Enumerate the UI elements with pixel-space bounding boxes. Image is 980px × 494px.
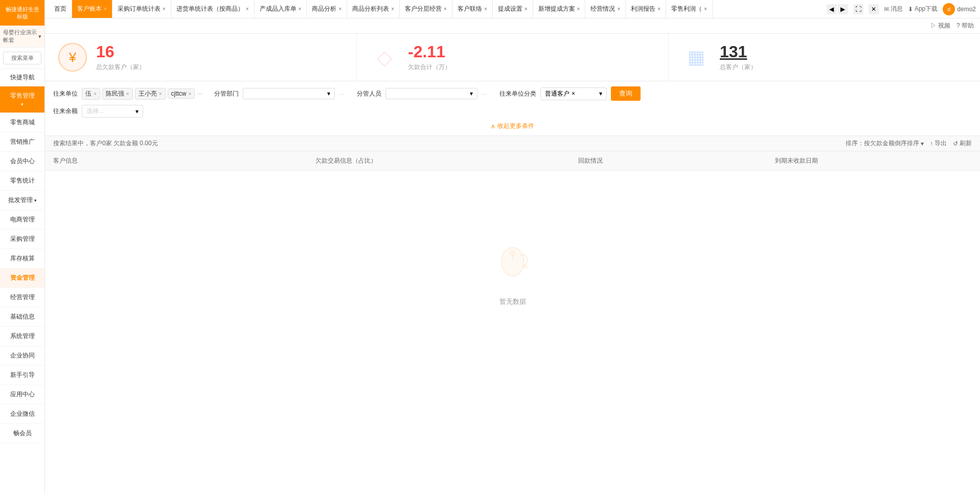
- tab-home-label: 首页: [54, 5, 66, 13]
- dept-clear-button[interactable]: ···: [339, 90, 345, 98]
- sidebar-item-system[interactable]: 系统管理: [0, 327, 44, 346]
- account-switcher[interactable]: 母婴行业演示帐套 ▾: [0, 26, 44, 48]
- collapse-button[interactable]: ∧ 收起更多条件: [491, 122, 534, 130]
- tab-product-analysis[interactable]: 商品分析 ×: [307, 0, 347, 18]
- tab-profit-report-label: 利润报告: [631, 5, 655, 13]
- sidebar-item-wechat[interactable]: 企业微信: [0, 405, 44, 424]
- more-tags-button[interactable]: ···: [197, 90, 202, 97]
- unit-tag-4[interactable]: cjttcw ×: [168, 88, 195, 99]
- total-customers-label: 总客户（家）: [720, 63, 757, 72]
- tag-close-1[interactable]: ×: [94, 91, 97, 97]
- tab-customer-tier[interactable]: 客户分层经营 ×: [400, 0, 452, 18]
- sidebar-item-retail-stat[interactable]: 零售统计: [0, 171, 44, 191]
- app-download-button[interactable]: ⬇ App下载: [908, 5, 938, 13]
- tab-new-promo[interactable]: 新增提成方案 ×: [533, 0, 586, 18]
- close-icon[interactable]: ×: [246, 6, 249, 12]
- tab-customer-connect[interactable]: 客户联络 ×: [452, 0, 493, 18]
- stat-icon-yuan: ¥: [57, 42, 88, 73]
- tab-production-entry[interactable]: 产成品入库单 ×: [255, 0, 307, 18]
- refresh-label: 刷新: [960, 139, 972, 148]
- table-col-repayment: 回款情况: [578, 156, 775, 165]
- tab-operation-status-label: 经营情况: [590, 5, 615, 13]
- tab-customer-account[interactable]: 客户账本 ×: [72, 0, 112, 18]
- tab-home[interactable]: 首页: [49, 0, 72, 18]
- chevron-down-icon: ▾: [38, 33, 41, 40]
- scroll-right-button[interactable]: ▶: [838, 4, 848, 14]
- dept-select[interactable]: ▾: [243, 88, 335, 99]
- close-icon[interactable]: ×: [577, 6, 580, 12]
- sidebar-item-operation[interactable]: 经营管理: [0, 288, 44, 307]
- close-icon[interactable]: ×: [299, 6, 302, 12]
- tab-product-analysis-label: 商品分析: [312, 5, 336, 13]
- balance-select[interactable]: 选择... ▾: [82, 105, 143, 118]
- tag-close-4[interactable]: ×: [189, 91, 192, 97]
- sidebar-item-inventory[interactable]: 库存核算: [0, 249, 44, 268]
- tab-operation-status[interactable]: 经营情况 ×: [585, 0, 626, 18]
- close-all-button[interactable]: ✕: [869, 4, 879, 14]
- tab-customer-account-label: 客户账本: [77, 5, 102, 13]
- close-icon[interactable]: ×: [444, 6, 447, 12]
- person-clear-button[interactable]: ···: [482, 90, 487, 98]
- export-button[interactable]: ↑ 导出: [930, 139, 947, 148]
- collapse-row: ∧ 收起更多条件: [53, 122, 972, 130]
- help-label: 帮助: [962, 22, 974, 29]
- unit-tag-1[interactable]: 伍 ×: [82, 88, 100, 100]
- sidebar-item-vip[interactable]: 畅会员: [0, 424, 44, 443]
- tab-retail-profit[interactable]: 零售利润（ ×: [666, 0, 713, 18]
- close-icon[interactable]: ×: [617, 6, 620, 12]
- table-header: 客户信息 欠款交易信息（占比） 回款情况 到期未收款日期: [45, 151, 980, 171]
- unit-class-tag-close[interactable]: ×: [572, 90, 575, 97]
- sidebar-item-apps[interactable]: 应用中心: [0, 385, 44, 405]
- debt-customers-label: 总欠款客户（家）: [96, 63, 145, 72]
- sidebar-item-basic[interactable]: 基础信息: [0, 307, 44, 327]
- tab-profit-report[interactable]: 利润报告 ×: [626, 0, 666, 18]
- total-customers-value[interactable]: 131: [720, 43, 757, 61]
- sidebar-item-quick-nav[interactable]: 快捷导航: [0, 69, 44, 86]
- tab-promo-settings[interactable]: 提成设置 ×: [493, 0, 533, 18]
- sidebar-item-newbie[interactable]: 新手引导: [0, 366, 44, 385]
- close-icon[interactable]: ×: [338, 6, 341, 12]
- close-icon[interactable]: ×: [391, 6, 394, 12]
- stat-info-2: -2.11 欠款合计（万）: [408, 43, 451, 72]
- close-icon[interactable]: ×: [657, 6, 660, 12]
- sidebar-item-wholesale[interactable]: 批发管理 ▾: [0, 191, 44, 210]
- help-button[interactable]: ? 帮助: [956, 21, 974, 30]
- stat-debt-total: ◇ -2.11 欠款合计（万）: [357, 34, 669, 81]
- search-menu-button[interactable]: 搜索菜单: [3, 52, 41, 64]
- table-col-customer: 客户信息: [53, 156, 315, 165]
- sidebar-item-marketing[interactable]: 营销推广: [0, 132, 44, 152]
- tab-purchase-stat-product[interactable]: 进货单统计表（按商品） ×: [171, 0, 255, 18]
- tab-purchase-order-stat[interactable]: 采购订单统计表 ×: [112, 0, 171, 18]
- chevron-down-icon: ▾: [470, 90, 473, 97]
- unit-tag-3[interactable]: 王小亮 ×: [135, 88, 166, 100]
- sidebar-item-member[interactable]: 会员中心: [0, 152, 44, 171]
- refresh-button[interactable]: ↺ 刷新: [953, 139, 972, 148]
- unit-class-select[interactable]: 普通客户 × ▾: [540, 87, 607, 100]
- close-icon[interactable]: ×: [163, 6, 166, 12]
- app-download-label: App下载: [915, 5, 938, 13]
- person-select[interactable]: ▾: [385, 88, 477, 99]
- unit-tag-2[interactable]: 陈民强 ×: [102, 88, 133, 100]
- video-button[interactable]: ▷ 视频: [930, 21, 950, 30]
- stat-total-customers: ▦ 131 总客户（家）: [669, 34, 980, 81]
- close-icon[interactable]: ×: [104, 6, 107, 12]
- close-icon[interactable]: ×: [704, 6, 707, 12]
- tag-close-3[interactable]: ×: [159, 91, 162, 97]
- maximize-button[interactable]: ⛶: [853, 4, 863, 14]
- sort-control[interactable]: 排序：按欠款金额倒序排序 ▾: [846, 139, 924, 148]
- sidebar-item-finance[interactable]: 资金管理: [0, 268, 44, 288]
- tag-close-2[interactable]: ×: [126, 91, 129, 97]
- sidebar-item-enterprise[interactable]: 企业协同: [0, 346, 44, 366]
- close-icon[interactable]: ×: [525, 6, 528, 12]
- sidebar-item-purchase[interactable]: 采购管理: [0, 230, 44, 249]
- message-button[interactable]: ✉ 消息: [884, 5, 903, 13]
- sidebar-item-ecommerce[interactable]: 电商管理: [0, 210, 44, 230]
- user-avatar[interactable]: d demo2: [943, 3, 976, 15]
- building-icon: ▦: [682, 43, 711, 72]
- scroll-left-button[interactable]: ◀: [827, 4, 837, 14]
- sidebar-item-retail-mgmt[interactable]: 零售管理 ▾: [0, 86, 44, 113]
- query-button[interactable]: 查询: [611, 86, 641, 101]
- tab-product-analysis-list[interactable]: 商品分析列表 ×: [347, 0, 400, 18]
- close-icon[interactable]: ×: [484, 6, 487, 12]
- sidebar-item-retail-mall[interactable]: 零售商城: [0, 113, 44, 132]
